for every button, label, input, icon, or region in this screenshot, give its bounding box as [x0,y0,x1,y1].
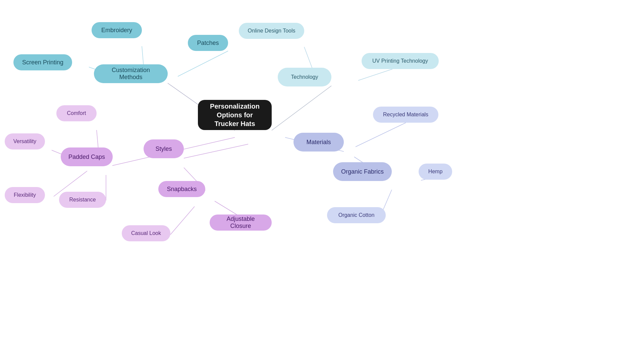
patches-node: Patches [188,35,228,51]
flexibility-node: Flexibility [5,187,45,203]
customization-methods-node: Customization Methods [94,64,168,83]
snapbacks-node: Snapbacks [158,181,205,197]
versatility-node: Versatility [5,133,45,149]
casual-look-node: Casual Look [122,225,170,241]
svg-line-6 [178,51,228,76]
technology-node: Technology [278,68,331,86]
resistance-node: Resistance [59,192,106,208]
organic-fabrics-node: Organic Fabrics [333,162,392,181]
svg-line-1 [272,86,331,130]
styles-node: Styles [144,139,184,158]
online-design-tools-node: Online Design Tools [239,23,304,39]
organic-cotton-node: Organic Cotton [327,207,386,223]
center-node: Personalization Options forTrucker Hats [198,100,272,130]
recycled-materials-node: Recycled Materials [373,107,438,123]
svg-line-11 [170,206,195,235]
comfort-node: Comfort [56,105,97,121]
materials-node: Materials [293,133,344,152]
svg-line-2 [184,144,248,158]
hemp-node: Hemp [419,164,452,180]
adjustable-closure-node: Adjustable Closure [210,215,272,231]
uv-printing-technology-node: UV Printing Technology [362,53,439,69]
svg-line-9 [358,69,392,80]
padded-caps-node: Padded Caps [61,147,113,166]
svg-line-17 [356,123,406,147]
embroidery-node: Embroidery [92,22,142,38]
screen-printing-node: Screen Printing [13,54,72,70]
